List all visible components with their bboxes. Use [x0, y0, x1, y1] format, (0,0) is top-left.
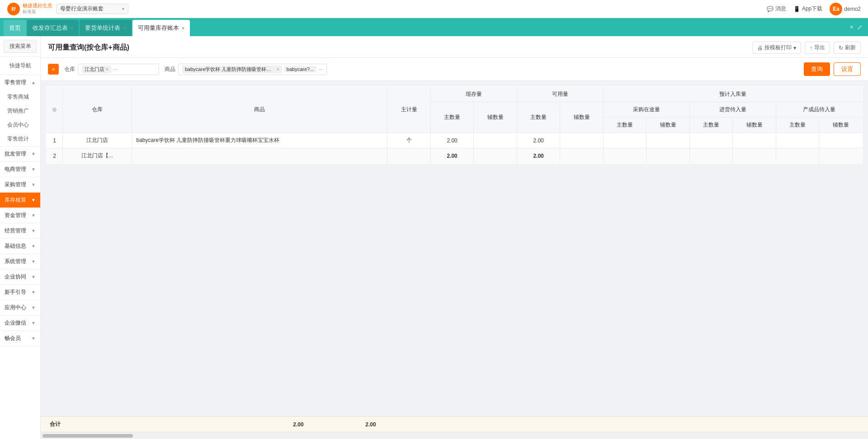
sidebar-item-member-center[interactable]: 会员中心	[0, 118, 40, 132]
warehouse-tag-close-btn[interactable]: ×	[106, 67, 108, 72]
sidebar-section-basic-header[interactable]: 基础信息 ▼	[0, 239, 40, 254]
sidebar-section-member-header[interactable]: 畅会员 ▼	[0, 331, 40, 346]
tab-summary[interactable]: 收发存汇总表 ×	[27, 20, 79, 36]
sidebar-section-system-header[interactable]: 系统管理 ▼	[0, 254, 40, 269]
logo-area: 好 畅捷通好生意 标准版	[7, 3, 52, 15]
sidebar-section-newguide: 新手引导 ▼	[0, 285, 40, 300]
top-bar-right: 💬 消息 📱 App下载 Ea demo2	[767, 3, 861, 15]
tab-available-stock-label: 可用量库存账本	[138, 24, 179, 32]
account-selector[interactable]: 母婴行业演示账套 ▾	[56, 4, 128, 14]
row-warehouse-2: 江北门店【...	[63, 148, 132, 164]
tab-order-stats[interactable]: 要货单统计表 ×	[80, 20, 131, 36]
warehouse-tag: 江北门店 ×	[82, 66, 111, 73]
sidebar-section-wechat-header[interactable]: 企业微信 ▼	[0, 316, 40, 330]
search-menu-btn[interactable]: 搜索菜单	[4, 40, 37, 53]
warehouse-filter-label: 仓库	[64, 66, 75, 73]
refresh-label: 刷新	[845, 44, 856, 52]
chevron-down-icon-basic: ▼	[31, 244, 36, 249]
query-btn[interactable]: 查询	[804, 62, 830, 76]
filter-expand-btn[interactable]: »	[48, 64, 59, 75]
th-purchase-transit: 采购在途量	[603, 102, 689, 118]
sidebar-section-collab: 企业协同 ▼	[0, 269, 40, 285]
sidebar-section-inventory-header[interactable]: 库存核算 ▼	[0, 193, 40, 208]
row-incoming-aux-2	[733, 148, 776, 164]
row-available-main-1: 2.00	[517, 133, 560, 148]
warehouse-filter-input[interactable]: 江北门店 × ···	[78, 64, 159, 75]
sidebar-section-finance-header[interactable]: 资金管理 ▼	[0, 208, 40, 223]
product-tag-1-close-btn[interactable]: ×	[277, 67, 279, 72]
chevron-down-icon-system: ▼	[31, 259, 36, 264]
row-product-2	[132, 148, 387, 164]
nav-controls: × ⤢	[848, 18, 864, 36]
row-purchase-aux-2	[646, 148, 690, 164]
row-purchase-main-1	[603, 133, 646, 148]
chevron-down-icon-ecom: ▼	[31, 167, 36, 172]
page-title: 可用量查询(按仓库+商品)	[48, 43, 129, 52]
sidebar-item-quick-nav[interactable]: 快捷导航	[0, 59, 40, 73]
warehouse-more-icon[interactable]: ···	[113, 66, 118, 72]
chevron-down-icon: ▾	[122, 6, 124, 11]
row-unit-1: 个	[387, 133, 431, 148]
sidebar-section-wechat: 企业微信 ▼	[0, 316, 40, 331]
username: demo2	[844, 6, 861, 12]
tab-home-label: 首页	[9, 24, 21, 32]
app-download-btn[interactable]: 📱 App下载	[793, 5, 822, 13]
expand-nav-btn[interactable]: ⤢	[857, 24, 863, 31]
th-available: 可用量	[517, 87, 603, 102]
close-order-stats-tab[interactable]: ×	[123, 25, 126, 31]
top-bar-left: 好 畅捷通好生意 标准版 母婴行业演示账套 ▾	[7, 3, 128, 15]
sidebar-section-appstore-header[interactable]: 应用中心 ▼	[0, 300, 40, 315]
product-tag-1-value: babycare学饮杯 儿童防摔防撞吸管杯重力球吸嘴杯宝宝水杯	[185, 66, 275, 73]
close-summary-tab[interactable]: ×	[71, 25, 73, 31]
sidebar-section-purchase-header[interactable]: 采购管理 ▼	[0, 177, 40, 192]
data-table: ⚙ 仓库 商品 主计量 现存量 可用量 预计入库量 主数量 辅数量 主数量 辅数…	[46, 86, 863, 164]
sidebar-section-ecom-header[interactable]: 电商管理 ▼	[0, 162, 40, 177]
print-label: 按模板打印	[764, 44, 792, 52]
sidebar-section-retail-header[interactable]: 零售管理 ▲	[0, 75, 40, 90]
sidebar-section-ops-header[interactable]: 经营管理 ▼	[0, 223, 40, 238]
total-label: 合计	[45, 420, 99, 428]
filter-bar: » 仓库 江北门店 × ··· 商品 babycare学饮杯 儿童防摔防撞吸管杯…	[41, 58, 868, 81]
selector-text: 母婴行业演示账套	[60, 5, 120, 13]
sidebar-section-wechat-label: 企业微信	[5, 319, 26, 327]
chevron-down-icon-newguide: ▼	[31, 290, 36, 295]
settings-icon[interactable]: ⚙	[52, 107, 57, 113]
th-current-aux: 辅数量	[474, 102, 517, 133]
sidebar-item-retail-mall[interactable]: 零售商城	[0, 90, 40, 104]
tab-available-stock[interactable]: 可用量库存账本 ×	[132, 20, 190, 36]
print-btn[interactable]: 🖨 按模板打印 ▾	[752, 42, 801, 54]
row-production-main-1	[776, 133, 819, 148]
th-current-stock: 现存量	[430, 87, 517, 102]
sidebar-section-ops: 经营管理 ▼	[0, 223, 40, 239]
sidebar-section-member-label: 畅会员	[5, 335, 21, 342]
sidebar-section-wholesale-header[interactable]: 批发管理 ▼	[0, 146, 40, 161]
close-available-stock-tab[interactable]: ×	[182, 25, 184, 31]
refresh-btn[interactable]: ↻ 刷新	[834, 42, 861, 54]
product-filter-input[interactable]: babycare学饮杯 儿童防摔防撞吸管杯重力球吸嘴杯宝宝水杯 × babyca…	[178, 64, 327, 75]
sidebar-section-finance-label: 资金管理	[5, 212, 26, 219]
export-btn[interactable]: ↑ 导出	[805, 42, 830, 54]
sidebar-section-collab-header[interactable]: 企业协同 ▼	[0, 269, 40, 284]
th-warehouse: 仓库	[63, 87, 132, 133]
close-all-tabs-btn[interactable]: ×	[850, 24, 854, 31]
sidebar-section-retail-label: 零售管理	[5, 79, 26, 86]
scroll-thumb[interactable]	[42, 434, 133, 438]
row-num-2: 2	[47, 148, 63, 164]
message-btn[interactable]: 💬 消息	[767, 5, 786, 13]
sidebar-item-marketing[interactable]: 营销推广	[0, 104, 40, 118]
sidebar-section-newguide-header[interactable]: 新手引导 ▼	[0, 285, 40, 300]
sidebar-item-retail-stats[interactable]: 零售统计	[0, 132, 40, 146]
settings-btn[interactable]: 设置	[834, 62, 861, 76]
message-icon: 💬	[767, 6, 774, 12]
row-warehouse-1: 江北门店	[63, 133, 132, 148]
product-more-icon[interactable]: ···	[318, 66, 323, 72]
chevron-down-icon-ops: ▼	[31, 228, 36, 233]
th-current-main: 主数量	[430, 102, 474, 133]
tab-home[interactable]: 首页	[4, 20, 26, 36]
scroll-area[interactable]	[41, 432, 868, 439]
sidebar-section-basic: 基础信息 ▼	[0, 239, 40, 254]
row-product-1: babycare学饮杯 儿童防摔防撞吸管杯重力球吸嘴杯宝宝水杯	[132, 133, 387, 148]
table-footer: 合计 2.00 2.00	[41, 416, 868, 432]
user-area[interactable]: Ea demo2	[830, 3, 861, 15]
sidebar-section-collab-label: 企业协同	[5, 273, 26, 281]
